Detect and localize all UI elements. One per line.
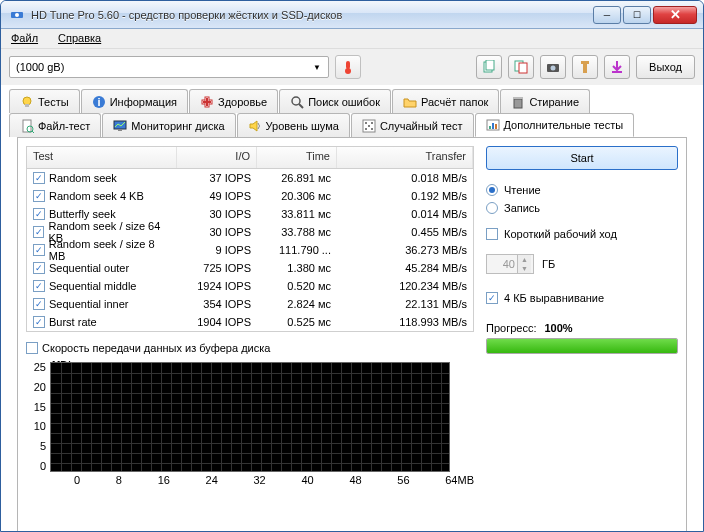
table-row[interactable]: ✓Sequential middle1924 IOPS0.520 мс120.2… (27, 277, 473, 295)
col-time[interactable]: Time (257, 147, 337, 168)
transfer-value: 118.993 MB/s (337, 316, 473, 328)
settings-button[interactable] (572, 55, 598, 79)
transfer-value: 22.131 MB/s (337, 298, 473, 310)
tab-filetest[interactable]: Файл-тест (9, 113, 101, 137)
table-row[interactable]: ✓Burst rate1904 IOPS0.525 мс118.993 MB/s (27, 313, 473, 331)
time-value: 20.306 мс (257, 190, 337, 202)
time-value: 0.525 мс (257, 316, 337, 328)
col-test[interactable]: Test (27, 147, 177, 168)
table-row[interactable]: ✓Random seek / size 8 MB9 IOPS111.790 ..… (27, 241, 473, 259)
drive-select[interactable]: (1000 gB) ▼ (9, 56, 329, 78)
health-icon (200, 95, 214, 109)
tab-label: Стирание (529, 96, 579, 108)
table-row[interactable]: ✓Sequential outer725 IOPS1.380 мс45.284 … (27, 259, 473, 277)
table-row[interactable]: ✓Random seek37 IOPS26.891 мс0.018 MB/s (27, 169, 473, 187)
search-icon (290, 95, 304, 109)
checkbox-icon: ✓ (33, 280, 45, 292)
radio-read-label: Чтение (504, 184, 541, 196)
test-name: Random seek 4 KB (49, 190, 144, 202)
checkbox-icon: ✓ (33, 298, 45, 310)
temperature-button[interactable] (335, 55, 361, 79)
tab-label: Уровень шума (266, 120, 339, 132)
tab-info[interactable]: iИнформация (81, 89, 188, 113)
tab-health[interactable]: Здоровье (189, 89, 278, 113)
table-row[interactable]: ✓Sequential inner354 IOPS2.824 мс22.131 … (27, 295, 473, 313)
buffer-chart: MB/s 2520151050 0816243240485664MB (26, 362, 474, 486)
x-tick: 8 (116, 474, 122, 486)
tab-extra[interactable]: Дополнительные тесты (475, 113, 635, 137)
tab-label: Тесты (38, 96, 69, 108)
test-name: Random seek / size 8 MB (49, 238, 171, 262)
svg-point-21 (292, 97, 300, 105)
col-io[interactable]: I/O (177, 147, 257, 168)
radio-write[interactable]: Запись (486, 202, 678, 214)
save-button[interactable] (604, 55, 630, 79)
minimize-button[interactable]: ─ (593, 6, 621, 24)
copy-info-button[interactable] (476, 55, 502, 79)
radio-read[interactable]: Чтение (486, 184, 678, 196)
alignment-checkbox[interactable]: ✓ 4 КБ выравнивание (486, 292, 678, 304)
time-value: 2.824 мс (257, 298, 337, 310)
time-value: 111.790 ... (257, 244, 337, 256)
tab-folder[interactable]: Расчёт папок (392, 89, 499, 113)
chevron-down-icon: ▼ (518, 264, 531, 273)
tab-random[interactable]: Случайный тест (351, 113, 474, 137)
tab-content-extra-tests: Test I/O Time Transfer ✓Random seek37 IO… (17, 137, 687, 532)
tab-search[interactable]: Поиск ошибок (279, 89, 391, 113)
y-tick: 0 (40, 461, 46, 472)
chart-plot-area (50, 362, 450, 472)
tab-trash[interactable]: Стирание (500, 89, 590, 113)
transfer-value: 0.018 MB/s (337, 172, 473, 184)
test-name: Random seek (49, 172, 117, 184)
y-tick: 10 (34, 421, 46, 432)
size-spinner[interactable]: ▲▼ (486, 254, 534, 274)
screenshot-button[interactable] (540, 55, 566, 79)
svg-rect-39 (495, 124, 497, 129)
menu-help[interactable]: Справка (54, 31, 105, 46)
checkbox-icon: ✓ (33, 316, 45, 328)
table-row[interactable]: ✓Random seek 4 KB49 IOPS20.306 мс0.192 M… (27, 187, 473, 205)
exit-button[interactable]: Выход (636, 55, 695, 79)
progress-bar (486, 338, 678, 354)
alignment-label: 4 КБ выравнивание (504, 292, 604, 304)
buffer-speed-checkbox[interactable]: Скорость передачи данных из буфера диска (26, 342, 474, 354)
io-value: 9 IOPS (177, 244, 257, 256)
menu-file[interactable]: Файл (7, 31, 42, 46)
tab-monitor[interactable]: Мониторинг диска (102, 113, 235, 137)
radio-write-label: Запись (504, 202, 540, 214)
tab-label: Мониторинг диска (131, 120, 224, 132)
time-value: 0.520 мс (257, 280, 337, 292)
radio-icon (486, 202, 498, 214)
size-input (487, 258, 517, 270)
short-stroke-label: Короткий рабочий ход (504, 228, 617, 240)
info-icon: i (92, 95, 106, 109)
chevron-down-icon: ▼ (310, 63, 324, 72)
chart-x-axis: 0816243240485664MB (74, 474, 474, 486)
random-icon (362, 119, 376, 133)
maximize-button[interactable]: ☐ (623, 6, 651, 24)
start-button[interactable]: Start (486, 146, 678, 170)
svg-point-32 (371, 122, 373, 124)
tab-speaker[interactable]: Уровень шума (237, 113, 350, 137)
short-stroke-checkbox[interactable]: Короткий рабочий ход (486, 228, 678, 240)
io-value: 49 IOPS (177, 190, 257, 202)
tab-label: Дополнительные тесты (504, 119, 624, 131)
svg-line-27 (32, 131, 34, 133)
tab-label: Информация (110, 96, 177, 108)
col-transfer[interactable]: Transfer (337, 147, 473, 168)
drive-select-value: (1000 gB) (16, 61, 310, 73)
titlebar: HD Tune Pro 5.60 - средство проверки жёс… (1, 1, 703, 29)
time-value: 33.788 мс (257, 226, 337, 238)
transfer-value: 120.234 MB/s (337, 280, 473, 292)
copy-screenshot-button[interactable] (508, 55, 534, 79)
monitor-icon (113, 119, 127, 133)
svg-rect-38 (492, 123, 494, 129)
svg-point-35 (371, 128, 373, 130)
tab-bulb[interactable]: Тесты (9, 89, 80, 113)
checkbox-icon: ✓ (33, 190, 45, 202)
close-button[interactable]: ✕ (653, 6, 697, 24)
app-icon (9, 7, 25, 23)
svg-rect-11 (583, 64, 587, 73)
test-name: Sequential middle (49, 280, 136, 292)
io-value: 37 IOPS (177, 172, 257, 184)
